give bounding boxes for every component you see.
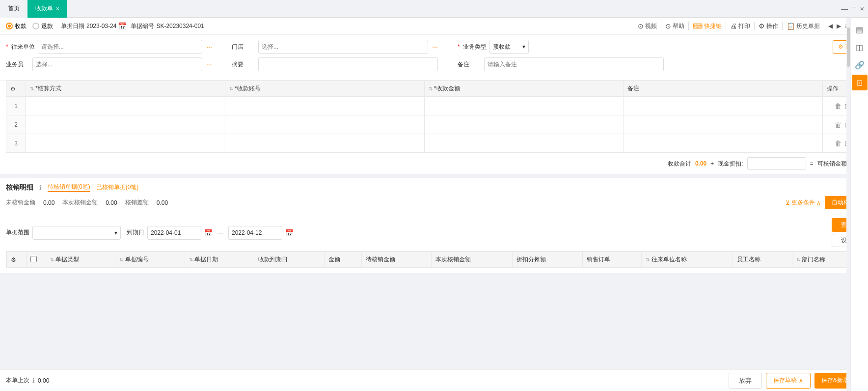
amount-input-1[interactable] bbox=[425, 97, 624, 115]
cal-icon-from[interactable]: 📅 bbox=[204, 229, 213, 237]
settlement-input-3[interactable] bbox=[26, 134, 225, 152]
discount-input[interactable] bbox=[747, 157, 806, 170]
range-select[interactable]: ▾ bbox=[32, 226, 121, 240]
sidebar-expand-icon[interactable]: ⊡ bbox=[852, 75, 868, 90]
col-due-date: 收款到期日 bbox=[254, 252, 325, 268]
bottom-check-th[interactable] bbox=[27, 252, 46, 268]
equals-sign: = bbox=[810, 160, 814, 167]
radio-refund[interactable]: 退款 bbox=[32, 22, 53, 30]
settlement-cell-2[interactable] bbox=[26, 115, 225, 134]
col-remark-header: 备注 bbox=[624, 81, 823, 97]
account-cell-3[interactable] bbox=[225, 134, 424, 153]
window-close-icon[interactable]: × bbox=[860, 5, 864, 13]
remark-input-1[interactable] bbox=[624, 97, 822, 115]
operation-btn[interactable]: ⚙ 操作 bbox=[759, 22, 778, 30]
bottom-table-wrap: ⚙ ⇅ 单据类型 ⇅ 单据编号 ⇅ 单据日期 收款到期日 金额 待核销金额 本次… bbox=[6, 251, 862, 268]
radio-collection[interactable]: 收款 bbox=[6, 22, 27, 30]
salesperson-input[interactable] bbox=[32, 57, 202, 71]
bottom-gear-th[interactable]: ⚙ bbox=[7, 252, 27, 268]
remark-cell-2[interactable] bbox=[624, 115, 823, 134]
gear-th[interactable]: ⚙ bbox=[6, 81, 26, 97]
sidebar-attach-icon[interactable]: 🔗 bbox=[852, 57, 868, 73]
business-type-select[interactable]: 预收款 ▾ bbox=[489, 40, 529, 54]
amount-input-3[interactable] bbox=[425, 134, 624, 152]
history-btn[interactable]: 📋 历史单据 bbox=[787, 22, 820, 30]
nav-next-btn[interactable]: ▶ bbox=[837, 23, 841, 29]
remark-input-3[interactable] bbox=[624, 134, 822, 152]
window-min-icon[interactable]: — bbox=[841, 5, 848, 13]
tab-home[interactable]: 首页 bbox=[0, 0, 27, 18]
save-draft-label: 保存草稿 bbox=[773, 376, 797, 385]
store-input[interactable] bbox=[258, 40, 428, 54]
salesperson-ellipsis[interactable]: ··· bbox=[206, 60, 212, 68]
business-type-label: 业务类型 bbox=[463, 43, 488, 51]
help-btn[interactable]: ⊙ 帮助 bbox=[665, 22, 684, 30]
amount-cell-3[interactable] bbox=[424, 134, 624, 153]
remark-cell-1[interactable] bbox=[624, 97, 823, 115]
account-input-1[interactable] bbox=[225, 97, 424, 115]
range-chevron-icon: ▾ bbox=[114, 229, 117, 236]
table-section: ⚙ ⇅ *结算方式 ⇅ *收款账号 ⇅ *收款金额 备注 操作 bbox=[0, 81, 868, 153]
amount-cell-1[interactable] bbox=[424, 97, 624, 115]
gear-icon: ⚙ bbox=[838, 43, 843, 50]
scrollbar[interactable] bbox=[846, 18, 850, 391]
more-conditions-btn[interactable]: ⊻ 更多条件 ∧ bbox=[786, 198, 821, 207]
nuclear-info-icon[interactable]: ℹ bbox=[39, 184, 42, 191]
counterpart-input[interactable] bbox=[38, 40, 203, 54]
row-num-2: 2 bbox=[6, 115, 26, 134]
nav-prev-btn[interactable]: ◀ bbox=[828, 23, 833, 29]
sidebar-form-icon[interactable]: ◫ bbox=[852, 39, 868, 55]
account-input-2[interactable] bbox=[225, 115, 424, 134]
remark-input-2[interactable] bbox=[624, 115, 822, 134]
discount-label: 现金折扣: bbox=[718, 160, 743, 168]
store-ellipsis[interactable]: ··· bbox=[432, 43, 438, 51]
total-value: 0.00 bbox=[695, 160, 706, 167]
help-icon: ⊙ bbox=[665, 22, 671, 30]
account-input-3[interactable] bbox=[225, 134, 424, 152]
amount-cell-2[interactable] bbox=[424, 115, 624, 134]
settlement-cell-1[interactable] bbox=[26, 97, 225, 115]
date-value: 2023-03-24 bbox=[86, 23, 116, 29]
abandon-btn[interactable]: 放弃 bbox=[729, 373, 762, 389]
settlement-input-1[interactable] bbox=[26, 97, 225, 115]
print-btn[interactable]: 🖨 打印 bbox=[730, 22, 750, 30]
unchecked-label: 未核销金额 bbox=[6, 198, 35, 207]
amount-input-2[interactable] bbox=[425, 115, 624, 134]
tab-close-icon[interactable]: × bbox=[56, 5, 59, 12]
calendar-icon[interactable]: 📅 bbox=[118, 22, 127, 30]
account-cell-2[interactable] bbox=[225, 115, 424, 134]
tab-collection[interactable]: 收款单 × bbox=[27, 0, 67, 18]
delete-icon-1[interactable]: 🗑 bbox=[835, 102, 841, 110]
divider3 bbox=[726, 22, 726, 30]
select-all-checkbox[interactable] bbox=[30, 256, 37, 262]
counterpart-ellipsis[interactable]: ··· bbox=[206, 43, 212, 51]
cal-icon-to[interactable]: 📅 bbox=[285, 229, 294, 237]
shortcut-btn[interactable]: ⌨ 快捷键 bbox=[693, 22, 722, 30]
section-divider bbox=[0, 174, 868, 178]
nuclear-title: 核销明细 bbox=[6, 183, 33, 192]
due-date-to-input[interactable] bbox=[228, 226, 282, 240]
range-field: 单据范围 ▾ bbox=[6, 226, 121, 240]
more-conditions-label: 更多条件 bbox=[791, 198, 815, 207]
footer-info-icon[interactable]: ℹ bbox=[32, 377, 35, 384]
due-date-from-input[interactable] bbox=[147, 226, 201, 240]
number-label: 单据编号 bbox=[131, 22, 154, 30]
account-cell-1[interactable] bbox=[225, 97, 424, 115]
row-num-3: 3 bbox=[6, 134, 26, 153]
top-toolbar: 收款 退款 单据日期 2023-03-24 📅 单据编号 SK-20230324… bbox=[0, 18, 868, 35]
save-draft-btn[interactable]: 保存草稿 ∧ bbox=[766, 373, 811, 389]
remark-cell-3[interactable] bbox=[624, 134, 823, 153]
remark-input[interactable] bbox=[484, 57, 664, 71]
diff-value: 0.00 bbox=[157, 199, 168, 206]
print-label: 打印 bbox=[738, 22, 750, 30]
window-max-icon[interactable]: □ bbox=[852, 5, 856, 13]
pending-tab[interactable]: 待核销单据(0笔) bbox=[48, 183, 90, 192]
summary-input[interactable] bbox=[258, 57, 438, 71]
delete-icon-2[interactable]: 🗑 bbox=[835, 121, 841, 129]
settlement-input-2[interactable] bbox=[26, 115, 225, 134]
settlement-cell-3[interactable] bbox=[26, 134, 225, 153]
sidebar-table-icon[interactable]: ▤ bbox=[852, 22, 868, 37]
done-tab[interactable]: 已核销单据(0笔) bbox=[96, 183, 139, 192]
delete-icon-3[interactable]: 🗑 bbox=[835, 140, 841, 147]
video-btn[interactable]: ⊙ 视频 bbox=[638, 22, 657, 30]
